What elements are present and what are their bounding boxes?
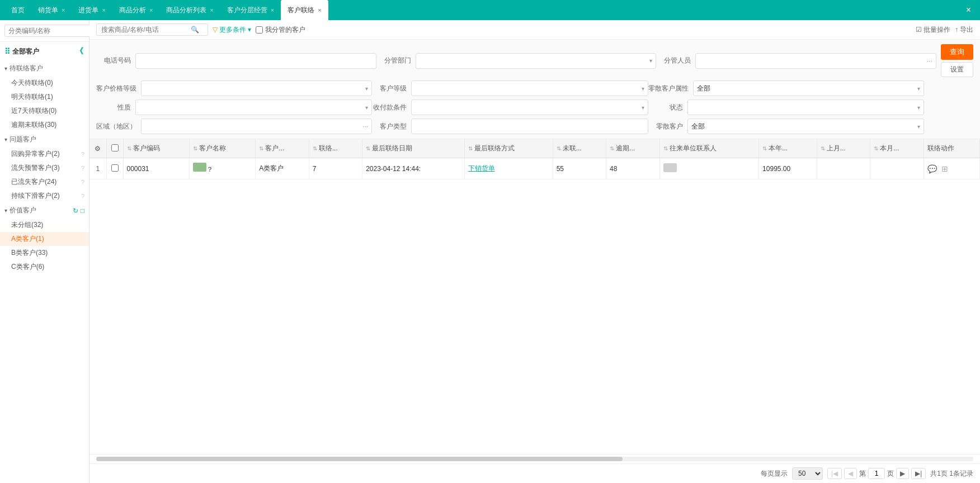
close-icon[interactable]: × bbox=[271, 7, 274, 13]
filter-cell-phone: 电话号码 bbox=[96, 53, 376, 69]
close-icon[interactable]: × bbox=[149, 7, 153, 13]
filter-nature[interactable]: ▾ bbox=[135, 100, 372, 115]
filter-customer-type[interactable] bbox=[411, 119, 648, 134]
help-icon: ? bbox=[81, 193, 84, 200]
page-nav: |◀ ◀ 第 页 ▶ ▶| bbox=[827, 468, 926, 479]
next-page-button[interactable]: ▶ bbox=[896, 468, 909, 479]
sidebar-item-unclassified[interactable]: 未分组(32) bbox=[0, 218, 89, 232]
sidebar: 🔍 ⠿ 全部客户 《 ▾ 待联络客户 今天待联络(0) 明天待联络(1) 近7天… bbox=[0, 20, 89, 483]
last-contact-method: 下销货单 bbox=[464, 158, 553, 179]
filter-cell-region: 区域（地区） ··· bbox=[96, 119, 372, 134]
sidebar-item-today[interactable]: 今天待联络(0) bbox=[0, 76, 89, 90]
nav-tab-product-list[interactable]: 商品分析列表 × bbox=[159, 0, 220, 20]
filter-cell-retail-attr: 零散客户属性 全部 ▾ bbox=[648, 80, 924, 96]
current-year-amount: 10995.00 bbox=[759, 158, 817, 179]
table-header-name: ⇅客户名称 bbox=[189, 139, 255, 158]
nav-tab-product-analysis[interactable]: 商品分析 × bbox=[112, 0, 159, 20]
settings-button[interactable]: 设置 bbox=[941, 62, 973, 77]
my-customers-checkbox[interactable]: 我分管的客户 bbox=[256, 25, 305, 35]
sidebar-item-declining[interactable]: 持续下滑客户(2) ? bbox=[0, 189, 89, 203]
sidebar-group-value[interactable]: ▾ 价值客户 ↻ □ bbox=[0, 203, 89, 218]
row-checkbox[interactable] bbox=[106, 158, 123, 179]
filter-retail-attr[interactable]: 全部 ▾ bbox=[693, 80, 924, 96]
select-all-checkbox[interactable] bbox=[111, 144, 119, 151]
sidebar-item-repurchase-abnormal[interactable]: 回购异常客户(2) ? bbox=[0, 147, 89, 161]
sidebar-item-tomorrow[interactable]: 明天待联络(1) bbox=[0, 90, 89, 104]
filter-region[interactable]: ··· bbox=[141, 119, 372, 134]
table-header-checkbox[interactable] bbox=[106, 139, 123, 158]
sidebar-group-problem[interactable]: ▾ 问题客户 bbox=[0, 132, 89, 147]
prev-page-button[interactable]: ◀ bbox=[844, 468, 857, 479]
last-page-button[interactable]: ▶| bbox=[911, 468, 926, 479]
sidebar-group-pending[interactable]: ▾ 待联络客户 bbox=[0, 61, 89, 76]
close-icon[interactable]: × bbox=[62, 7, 65, 13]
settings-icon[interactable]: □ bbox=[81, 207, 84, 215]
checkbox-icon: ☑ bbox=[916, 26, 922, 34]
filter-price-level[interactable]: ▾ bbox=[141, 80, 372, 96]
first-page-button[interactable]: |◀ bbox=[827, 468, 842, 479]
my-customers-check[interactable] bbox=[256, 26, 263, 34]
batch-ops-button[interactable]: ☑ 批量操作 bbox=[916, 25, 950, 35]
filter-cell-retail: 零散客户 全部 ▾ bbox=[648, 119, 924, 134]
nav-tab-sales[interactable]: 销货单 × bbox=[31, 0, 72, 20]
filter-customer-level[interactable]: ▾ bbox=[411, 80, 648, 96]
nav-tab-purchase[interactable]: 进货单 × bbox=[72, 0, 112, 20]
sidebar-item-class-a[interactable]: A类客户(1) bbox=[0, 232, 89, 246]
filter-cell-payment: 收付款条件 ▾ bbox=[372, 100, 648, 115]
close-icon[interactable]: × bbox=[210, 7, 213, 13]
settings-icon[interactable]: ⚙ bbox=[95, 145, 101, 153]
sidebar-item-class-b[interactable]: B类客户(33) bbox=[0, 246, 89, 260]
query-button[interactable]: 查询 bbox=[941, 44, 973, 60]
data-table: ⚙ ⇅客户编码 ⇅客户名称 ⇅客户... bbox=[89, 139, 980, 454]
filter-person-select[interactable]: ··· bbox=[695, 53, 936, 69]
contact-count: 7 bbox=[309, 158, 362, 179]
page-size-select[interactable]: 20 50 100 bbox=[792, 467, 823, 480]
scrollbar-thumb[interactable] bbox=[96, 457, 623, 461]
sidebar-search-input[interactable] bbox=[4, 25, 96, 37]
filter-phone-input[interactable] bbox=[135, 53, 376, 69]
qr-icon[interactable]: ⊞ bbox=[941, 164, 948, 173]
close-icon[interactable]: × bbox=[102, 7, 105, 13]
ellipsis-icon: ··· bbox=[927, 57, 932, 65]
more-filters-button[interactable]: ▽ 更多条件 ▾ bbox=[213, 25, 251, 35]
search-box[interactable]: 🔍 bbox=[96, 23, 208, 36]
close-all-button[interactable]: × bbox=[962, 5, 976, 15]
refresh-icon[interactable]: ↻ bbox=[73, 207, 78, 215]
chevron-down-icon: ▾ bbox=[365, 105, 368, 111]
color-block bbox=[663, 163, 677, 172]
row-num: 1 bbox=[89, 158, 106, 179]
scrollbar-track[interactable] bbox=[96, 457, 973, 461]
color-block bbox=[193, 163, 206, 172]
close-icon[interactable]: × bbox=[318, 7, 321, 13]
chevron-down-icon: ▾ bbox=[248, 26, 251, 34]
sidebar-item-churned[interactable]: 已流失客户(24) ? bbox=[0, 175, 89, 189]
table-header-action: 联络动作 bbox=[924, 139, 979, 158]
chevron-down-icon: ▾ bbox=[642, 86, 644, 92]
table-header-settings[interactable]: ⚙ bbox=[89, 139, 106, 158]
chevron-down-icon: ▾ bbox=[642, 105, 644, 111]
filter-dept-select[interactable]: ▾ bbox=[416, 53, 657, 69]
help-icon: ? bbox=[81, 151, 84, 158]
search-input[interactable] bbox=[101, 26, 191, 34]
filter-retail[interactable]: 全部 ▾ bbox=[687, 119, 924, 134]
page-number-input[interactable] bbox=[868, 468, 885, 479]
filter-status[interactable]: ▾ bbox=[687, 100, 924, 115]
nav-tab-home[interactable]: 首页 bbox=[4, 0, 31, 20]
sidebar-item-7days[interactable]: 近7天待联络(0) bbox=[0, 104, 89, 118]
nav-tab-customer-contact[interactable]: 客户联络 × bbox=[281, 0, 328, 20]
nav-tab-customer-tier[interactable]: 客户分层经营 × bbox=[220, 0, 281, 20]
top-nav: 首页 销货单 × 进货单 × 商品分析 × 商品分析列表 × 客户分层经营 × … bbox=[0, 0, 980, 20]
table-row: 1 000031 ？ A类客户 7 2023-04-12 14:44: 下销货单 bbox=[89, 158, 980, 179]
header-actions: ☑ 批量操作 ↑ 导出 bbox=[916, 25, 973, 35]
sidebar-item-class-c[interactable]: C类客户(6) bbox=[0, 260, 89, 274]
sidebar-collapse-button[interactable]: 《 bbox=[74, 45, 84, 58]
message-icon[interactable]: 💬 bbox=[927, 164, 937, 173]
sidebar-item-churn-warning[interactable]: 流失预警客户(3) ? bbox=[0, 161, 89, 175]
filter-icon: ▽ bbox=[213, 26, 218, 34]
sidebar-item-overdue[interactable]: 逾期未联络(30) bbox=[0, 118, 89, 132]
contact-method-link[interactable]: 下销货单 bbox=[468, 164, 495, 172]
search-icon[interactable]: 🔍 bbox=[191, 26, 199, 34]
filter-payment[interactable]: ▾ bbox=[411, 100, 648, 115]
export-button[interactable]: ↑ 导出 bbox=[955, 25, 973, 35]
table-header-current-month: ⇅本月... bbox=[870, 139, 924, 158]
